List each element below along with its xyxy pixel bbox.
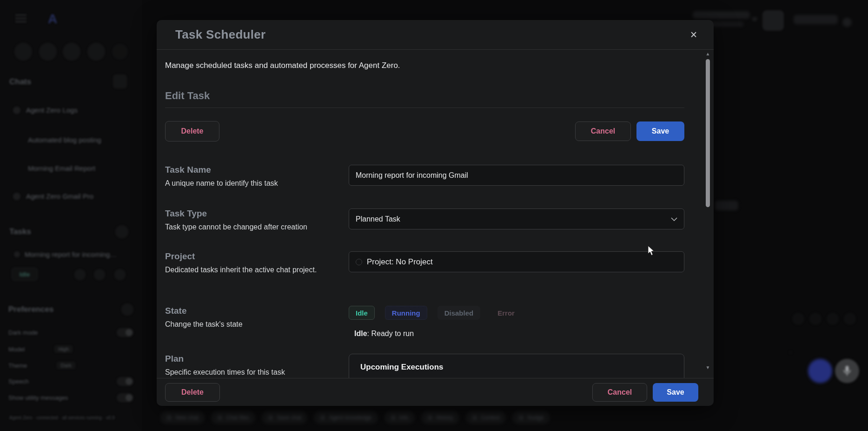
- modal-scrollbar: ▲ ▼: [705, 52, 711, 399]
- nav-icon-2: [39, 43, 57, 61]
- top-action-row: Delete Cancel Save: [165, 121, 684, 141]
- toolbar-chip: Nudge: [512, 411, 550, 424]
- project-label: Project: [165, 251, 330, 262]
- task-type-select[interactable]: Planned Task: [349, 209, 684, 229]
- state-chip-error[interactable]: Error: [490, 306, 522, 320]
- new-chat-icon: [113, 74, 127, 88]
- cancel-button-footer[interactable]: Cancel: [592, 383, 647, 402]
- chat-tool-icon-2: [809, 313, 822, 325]
- modal-description: Manage scheduled tasks and automated pro…: [165, 61, 684, 70]
- toggle: [117, 377, 133, 386]
- task-state-chip: Idle: [12, 268, 38, 281]
- task-name-description: A unique name to identify this task: [165, 178, 330, 188]
- chip-icon: [268, 415, 273, 420]
- chip-icon: [427, 415, 433, 420]
- plan-label: Plan: [165, 354, 330, 364]
- app-logo: A: [48, 12, 58, 26]
- delete-button[interactable]: Delete: [165, 121, 219, 141]
- plan-description: Specific execution times for this task: [165, 367, 330, 377]
- chat-tool-icon-3: [827, 313, 839, 325]
- state-status-rest: : Ready to run: [367, 330, 414, 337]
- account-email-blob: [693, 11, 750, 19]
- chevron-down-icon: [751, 18, 758, 21]
- pref-row: Show utility messages: [8, 393, 133, 402]
- chip-icon: [518, 415, 524, 420]
- state-chip-group: Idle Running Disabled Error: [349, 306, 684, 320]
- chat-list-item: Agent Zero Logs: [13, 106, 129, 114]
- chip-icon: [320, 415, 325, 420]
- task-type-description: Task type cannot be changed after creati…: [165, 222, 330, 232]
- task-action-icon-2: [94, 269, 105, 280]
- scroll-down-icon[interactable]: ▼: [705, 365, 711, 370]
- project-picker[interactable]: Project: No Project: [349, 251, 684, 272]
- project-selector-blob: [794, 15, 838, 24]
- chat-dot-icon: [13, 193, 20, 200]
- state-description: Change the task's state: [165, 319, 330, 329]
- chip-icon: [391, 415, 396, 420]
- task-type-selected-value: Planned Task: [356, 215, 671, 223]
- chat-list-item: Automated blog posting: [28, 136, 135, 144]
- toolbar-chip: Context: [466, 411, 506, 424]
- chevron-down-icon: [671, 217, 677, 221]
- state-status-term: Idle: [354, 330, 367, 337]
- upcoming-executions-panel: Upcoming Executions: [349, 354, 684, 378]
- pref-row: Speech: [8, 377, 133, 386]
- save-button[interactable]: Save: [636, 121, 684, 141]
- upcoming-executions-title: Upcoming Executions: [360, 363, 673, 372]
- state-chip-idle[interactable]: Idle: [349, 306, 375, 320]
- modal-body: Manage scheduled tasks and automated pro…: [157, 50, 700, 378]
- delete-button-footer[interactable]: Delete: [165, 383, 220, 402]
- pref-row: Dark mode: [8, 328, 133, 337]
- divider: [165, 108, 684, 108]
- toolbar-chip: Save chat: [262, 411, 307, 424]
- task-scheduler-modal: Task Scheduler × Manage scheduled tasks …: [157, 20, 714, 406]
- microphone-button: [835, 359, 859, 383]
- bottom-toolbar: New chat Chat files Save chat Agent know…: [160, 411, 550, 424]
- sidebar-footnote: Agent Zero · connected · all services ru…: [9, 415, 135, 420]
- state-chip-disabled[interactable]: Disabled: [437, 306, 481, 320]
- project-value: Project: No Project: [367, 257, 433, 267]
- task-name-label: Task Name: [165, 165, 330, 175]
- nav-icon-1: [14, 43, 32, 61]
- chat-tool-icon-1: [792, 313, 804, 325]
- save-button-footer[interactable]: Save: [653, 383, 698, 402]
- toolbar-chip: Info: [384, 411, 415, 424]
- preferences-header: Preferences: [8, 305, 53, 314]
- side-pill-blob: [715, 201, 738, 210]
- nav-icon-5: [112, 44, 128, 60]
- modal-title: Task Scheduler: [175, 27, 265, 42]
- state-label: State: [165, 306, 330, 316]
- task-name-input[interactable]: [349, 165, 684, 186]
- send-button: [808, 359, 832, 383]
- scrollbar-thumb[interactable]: [706, 59, 710, 207]
- hamburger-icon-bar: [15, 21, 27, 22]
- task-dot-icon: [14, 251, 20, 257]
- cancel-button[interactable]: Cancel: [575, 121, 631, 141]
- task-action-icon-3: [114, 269, 126, 280]
- microphone-icon: [843, 365, 851, 377]
- plan-row: Plan Specific execution times for this t…: [165, 354, 684, 378]
- task-action-icon-1: [74, 269, 86, 280]
- nav-icon-4: [87, 43, 105, 61]
- scroll-up-icon[interactable]: ▲: [705, 52, 711, 56]
- chip-icon: [217, 415, 223, 420]
- toolbar-chip: Agent knowledge: [314, 411, 378, 424]
- preferences-info-icon: [121, 303, 133, 316]
- project-chevron-icon: [842, 18, 852, 27]
- pref-row: Theme Dark: [8, 362, 133, 369]
- modal-header: Task Scheduler ×: [157, 20, 714, 50]
- chat-list-item: Morning Email Report: [28, 164, 135, 173]
- close-icon[interactable]: ×: [688, 29, 700, 41]
- chat-list-item: Agent Zero Gmail Pro: [13, 192, 134, 200]
- toggle: [117, 393, 133, 402]
- project-description: Dedicated tasks inherit the active chat …: [165, 265, 330, 275]
- project-circle-icon: [356, 259, 362, 265]
- pref-row: Model High: [8, 345, 133, 353]
- sidebar: A Chats Agent Zero Logs Automated blog p…: [0, 0, 142, 431]
- tasks-header: Tasks: [9, 227, 31, 236]
- task-list-item: Morning report for incoming…: [14, 250, 133, 258]
- chat-tool-icon-4: [844, 313, 856, 325]
- toggle: [117, 328, 133, 337]
- state-chip-running[interactable]: Running: [385, 306, 427, 320]
- toolbar-chip: History: [421, 411, 459, 424]
